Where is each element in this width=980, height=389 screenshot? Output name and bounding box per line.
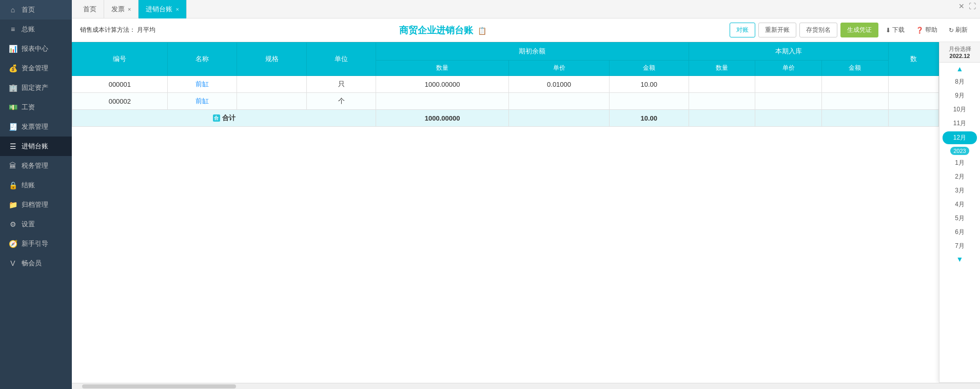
cell-spec [237, 93, 307, 110]
col-header-unit: 单位 [306, 43, 376, 76]
cell-ci-price [755, 93, 822, 110]
col-header-ps-price: 单价 [509, 61, 610, 76]
month-panel: 月份选择 2022.12 ▲ 8月 9月 10月 11月 12月 2023 1月… [939, 42, 980, 383]
tabs-bar: 首页 发票 × 进销台账 × [72, 0, 980, 18]
month-item-5[interactable]: 5月 [939, 211, 980, 225]
cell-name: 前缸 [167, 93, 237, 110]
sidebar-item-ledger[interactable]: ≡ 总账 [0, 20, 72, 39]
assets-icon: 🏢 [8, 84, 17, 92]
vip-icon: V [8, 259, 17, 267]
sidebar-item-label: 归档管理 [22, 200, 48, 209]
sidebar-item-label: 发票管理 [22, 122, 48, 131]
sidebar-item-label: 报表中心 [22, 44, 48, 53]
month-item-8[interactable]: 8月 [939, 75, 980, 89]
reopen-button[interactable]: 重新开账 [758, 23, 796, 37]
cell-unit: 个 [306, 93, 376, 110]
sidebar-item-label: 工资 [22, 103, 35, 112]
month-nav-up[interactable]: ▲ [939, 63, 980, 75]
total-ps-price [509, 110, 610, 127]
bottom-scrollbar[interactable] [72, 383, 980, 389]
col-header-code: 编号 [72, 43, 168, 76]
generate-voucher-button[interactable]: 生成凭证 [840, 23, 878, 37]
month-nav-down[interactable]: ▼ [939, 253, 980, 265]
cell-name: 前缸 [167, 76, 237, 93]
refresh-icon: ↻ [949, 27, 954, 34]
tab-inventory-close[interactable]: × [175, 6, 179, 12]
cell-extra [888, 93, 938, 110]
download-icon: ⬇ [886, 27, 891, 34]
total-text: 合计 [222, 113, 236, 123]
close-window-button[interactable]: ✕ [958, 2, 965, 10]
month-item-6[interactable]: 6月 [939, 225, 980, 239]
content-area: 销售成本计算方法： 月平均 商贸企业进销台账 📋 对账 重新开账 存货别名 生成… [72, 18, 980, 389]
cell-code: 000002 [72, 93, 168, 110]
table-row: 000002 前缸 个 [72, 93, 939, 110]
month-item-7[interactable]: 7月 [939, 239, 980, 253]
save-alias-button[interactable]: 存货别名 [799, 23, 837, 37]
inventory-icon: ☰ [8, 142, 17, 150]
col-header-period-start: 期初余额 [376, 43, 689, 61]
tab-home[interactable]: 首页 [76, 0, 104, 18]
sidebar-item-label: 首页 [22, 5, 35, 14]
guide-icon: 🧭 [8, 240, 17, 248]
sidebar-item-vip[interactable]: V 畅会员 [0, 254, 72, 273]
month-item-9[interactable]: 9月 [939, 89, 980, 103]
sidebar-item-label: 税务管理 [22, 161, 48, 170]
content-header: 销售成本计算方法： 月平均 商贸企业进销台账 📋 对账 重新开账 存货别名 生成… [72, 18, 980, 42]
cost-method-value: 月平均 [137, 26, 155, 33]
help-button[interactable]: ❓ 帮助 [912, 23, 942, 37]
expand-window-button[interactable]: ⛶ [969, 2, 976, 10]
sidebar-item-archive[interactable]: 📁 归档管理 [0, 195, 72, 215]
sidebar-item-inventory[interactable]: ☰ 进销台账 [0, 137, 72, 156]
tab-invoice-label: 发票 [111, 5, 125, 14]
page-title-edit-icon[interactable]: 📋 [478, 27, 486, 35]
tab-invoice-close[interactable]: × [128, 6, 131, 12]
sidebar-item-close[interactable]: 🔒 结账 [0, 176, 72, 195]
refresh-button[interactable]: ↻ 刷新 [945, 23, 972, 37]
sidebar-item-finance[interactable]: 💰 资金管理 [0, 59, 72, 78]
tab-inventory[interactable]: 进销台账 × [139, 0, 186, 18]
inventory-table: 编号 名称 规格 单位 期初余额 本期入库 数 数量 单价 金额 数 [72, 42, 939, 127]
download-button[interactable]: ⬇ 下载 [881, 23, 909, 37]
cost-method-label: 销售成本计算方法： [80, 26, 135, 33]
sidebar: ⌂ 首页 ≡ 总账 📊 报表中心 💰 资金管理 🏢 固定资产 💵 工资 🧾 发票… [0, 0, 72, 389]
month-item-12[interactable]: 12月 [943, 131, 977, 144]
window-controls: ✕ ⛶ [958, 2, 976, 10]
sidebar-item-label: 结账 [22, 181, 35, 190]
month-item-11[interactable]: 11月 [939, 116, 980, 130]
invoice-mgmt-icon: 🧾 [8, 123, 17, 131]
month-item-3[interactable]: 3月 [939, 184, 980, 198]
archive-icon: 📁 [8, 201, 17, 209]
download-label: 下载 [892, 26, 905, 34]
total-extra [888, 110, 938, 127]
month-item-10[interactable]: 10月 [939, 103, 980, 116]
sidebar-item-settings[interactable]: ⚙ 设置 [0, 215, 72, 234]
sidebar-item-assets[interactable]: 🏢 固定资产 [0, 78, 72, 98]
cell-ps-price [509, 93, 610, 110]
scroll-track[interactable] [82, 384, 236, 388]
cell-extra [888, 76, 938, 93]
cell-ci-price [755, 76, 822, 93]
total-ci-qty [689, 110, 755, 127]
sidebar-item-reports[interactable]: 📊 报表中心 [0, 39, 72, 59]
finance-icon: 💰 [8, 64, 17, 72]
month-item-4[interactable]: 4月 [939, 198, 980, 211]
sidebar-item-label: 进销台账 [22, 142, 48, 151]
sidebar-item-home[interactable]: ⌂ 首页 [0, 0, 72, 20]
col-header-ps-amount: 金额 [610, 61, 689, 76]
reconcile-button[interactable]: 对账 [730, 23, 755, 37]
cost-method: 销售成本计算方法： 月平均 [80, 26, 155, 34]
cell-ci-amount [822, 93, 889, 110]
cell-ci-qty [689, 76, 755, 93]
help-icon: ❓ [916, 27, 924, 34]
sidebar-item-guide[interactable]: 🧭 新手引导 [0, 234, 72, 254]
sidebar-item-tax[interactable]: 🏛 税务管理 [0, 156, 72, 176]
sidebar-item-salary[interactable]: 💵 工资 [0, 98, 72, 117]
table-container[interactable]: 编号 名称 规格 单位 期初余额 本期入库 数 数量 单价 金额 数 [72, 42, 939, 383]
sidebar-item-invoice-mgmt[interactable]: 🧾 发票管理 [0, 117, 72, 137]
main-area: ✕ ⛶ 首页 发票 × 进销台账 × 销售成本计算方法： 月平均 商贸企业进销台… [72, 0, 980, 389]
month-item-2[interactable]: 2月 [939, 170, 980, 184]
tab-invoice[interactable]: 发票 × [104, 0, 139, 18]
total-ps-amount: 10.00 [610, 110, 689, 127]
month-item-1[interactable]: 1月 [939, 156, 980, 170]
